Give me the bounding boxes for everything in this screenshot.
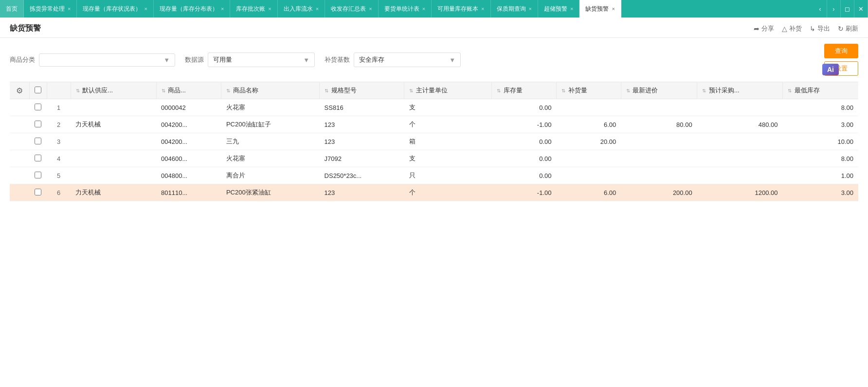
td-no: 5 — [47, 167, 71, 184]
td-replenish-qty: 6.00 — [557, 116, 621, 133]
tab-demand[interactable]: 要货单统计表 × — [379, 0, 432, 18]
row-checkbox[interactable] — [35, 104, 41, 110]
td-replenish-qty: 6.00 — [557, 184, 621, 201]
td-latest-price: 200.00 — [621, 184, 697, 201]
filter-replenish-select[interactable]: 安全库存 ▼ — [354, 53, 461, 67]
select-all-checkbox[interactable] — [35, 87, 41, 93]
tab-nav-right[interactable]: › — [827, 0, 841, 18]
td-latest-price — [621, 150, 697, 167]
td-product-name: 火花塞 — [221, 150, 320, 167]
th-checkbox[interactable] — [29, 82, 47, 99]
refresh-button[interactable]: ↻ 刷新 — [838, 24, 858, 33]
filter-category-select[interactable]: ▼ — [39, 53, 175, 67]
tab-nav-left[interactable]: ‹ — [814, 0, 827, 18]
td-min-stock: 3.00 — [783, 116, 858, 133]
td-no: 2 — [47, 116, 71, 133]
tab-nav-close-all[interactable]: ✕ — [854, 0, 868, 18]
td-checkbox[interactable] — [29, 133, 47, 150]
td-settings — [10, 116, 29, 133]
td-est-purchase — [697, 150, 783, 167]
td-stock: 0.00 — [492, 99, 557, 116]
td-checkbox[interactable] — [29, 150, 47, 167]
tab-close-inout[interactable]: × — [316, 6, 319, 12]
td-product-code: 0000042 — [156, 99, 221, 116]
td-unit: 只 — [404, 167, 492, 184]
tab-close-demand[interactable]: × — [422, 6, 425, 12]
table-body: 1 0000042 火花塞 SS816 支 0.00 8.00 2 力天机械 0… — [10, 99, 858, 201]
th-product-code[interactable]: ⇅ 商品... — [156, 82, 221, 99]
header-actions: ➦ 分享 △ 补货 ↳ 导出 ↻ 刷新 — [754, 24, 858, 33]
query-button[interactable]: 查询 — [824, 44, 858, 58]
td-product-code: 004200... — [156, 133, 221, 150]
tab-close-expiry[interactable]: × — [529, 6, 532, 12]
td-est-purchase — [697, 167, 783, 184]
tab-close-stock-status[interactable]: × — [144, 6, 147, 12]
tab-nav-restore[interactable]: ◻ — [841, 0, 854, 18]
td-spec: DS250*23c... — [320, 167, 404, 184]
row-checkbox[interactable] — [35, 172, 41, 178]
th-spec[interactable]: ⇅ 规格型号 — [320, 82, 404, 99]
tab-close-picking[interactable]: × — [68, 6, 71, 12]
td-checkbox[interactable] — [29, 99, 47, 116]
tab-close-overstock[interactable]: × — [570, 6, 573, 12]
td-product-name: 三九 — [221, 133, 320, 150]
th-product-name[interactable]: ⇅ 商品名称 — [221, 82, 320, 99]
td-no: 1 — [47, 99, 71, 116]
row-checkbox[interactable] — [35, 138, 41, 144]
th-unit[interactable]: ⇅ 主计量单位 — [404, 82, 492, 99]
share-button[interactable]: ➦ 分享 — [754, 24, 774, 33]
td-spec: J7092 — [320, 150, 404, 167]
ai-badge[interactable]: Ai — [822, 64, 839, 75]
th-settings[interactable]: ⚙ — [10, 82, 29, 99]
td-stock: 0.00 — [492, 133, 557, 150]
th-est-purchase[interactable]: ⇅ 预计采购... — [697, 82, 783, 99]
row-checkbox[interactable] — [35, 121, 41, 127]
tab-batch[interactable]: 库存批次账 × — [230, 0, 277, 18]
td-checkbox[interactable] — [29, 184, 47, 201]
td-replenish-qty: 20.00 — [557, 133, 621, 150]
th-min-stock[interactable]: ⇅ 最低库存 — [783, 82, 858, 99]
tab-close-summary[interactable]: × — [369, 6, 372, 12]
filter-category-group: 商品分类 ▼ — [10, 53, 175, 67]
td-product-code: 004800... — [156, 167, 221, 184]
td-settings — [10, 167, 29, 184]
td-checkbox[interactable] — [29, 116, 47, 133]
page-header: 缺货预警 ➦ 分享 △ 补货 ↳ 导出 ↻ 刷新 — [0, 18, 868, 38]
tab-shortage[interactable]: 缺货预警 × — [579, 0, 621, 18]
tab-close-available[interactable]: × — [481, 6, 484, 12]
td-min-stock: 3.00 — [783, 184, 858, 201]
tab-expiry[interactable]: 保质期查询 × — [491, 0, 538, 18]
td-checkbox[interactable] — [29, 167, 47, 184]
tab-stock-dist[interactable]: 现存量（库存分布表） × — [154, 0, 230, 18]
tab-close-stock-dist[interactable]: × — [221, 6, 224, 12]
gear-icon[interactable]: ⚙ — [15, 86, 24, 95]
td-settings — [10, 99, 29, 116]
th-default-supplier[interactable]: ⇅ 默认供应... — [71, 82, 156, 99]
export-button[interactable]: ↳ 导出 — [810, 24, 830, 33]
tab-picking[interactable]: 拣货异常处理 × — [24, 0, 77, 18]
td-product-name: PC200油缸缸子 — [221, 116, 320, 133]
table-container: ⚙ ⇅ 默认供应... ⇅ 商品... ⇅ — [0, 82, 868, 201]
tab-inout[interactable]: 出入库流水 × — [278, 0, 325, 18]
tab-home[interactable]: 首页 — [0, 0, 24, 18]
td-est-purchase: 1200.00 — [697, 184, 783, 201]
th-stock[interactable]: ⇅ 库存量 — [492, 82, 557, 99]
chevron-down-icon-2: ▼ — [303, 56, 309, 64]
tab-summary[interactable]: 收发存汇总表 × — [325, 0, 378, 18]
replenish-button[interactable]: △ 补货 — [782, 24, 802, 33]
sort-icon-unit: ⇅ — [409, 88, 413, 93]
th-replenish-qty[interactable]: ⇅ 补货量 — [557, 82, 621, 99]
filter-category-label: 商品分类 — [10, 55, 35, 64]
tab-stock-status[interactable]: 现存量（库存状况表） × — [77, 0, 153, 18]
main-content: 缺货预警 ➦ 分享 △ 补货 ↳ 导出 ↻ 刷新 商品分类 — [0, 18, 868, 387]
filter-datasource-select[interactable]: 可用量 ▼ — [208, 53, 315, 67]
td-unit: 支 — [404, 150, 492, 167]
tab-close-batch[interactable]: × — [268, 6, 271, 12]
row-checkbox[interactable] — [35, 155, 41, 161]
tab-close-shortage[interactable]: × — [612, 6, 615, 12]
td-supplier — [71, 133, 156, 150]
tab-overstock[interactable]: 超储预警 × — [538, 0, 579, 18]
th-latest-price[interactable]: ⇅ 最新进价 — [621, 82, 697, 99]
row-checkbox[interactable] — [35, 189, 41, 195]
tab-available[interactable]: 可用量库存账本 × — [432, 0, 490, 18]
